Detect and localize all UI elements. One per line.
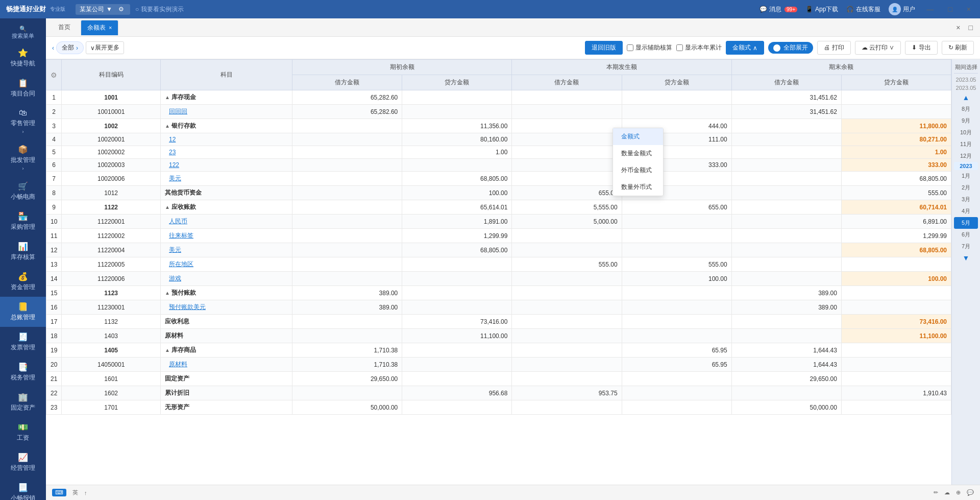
- cloud-sync-icon[interactable]: ☁: [944, 489, 950, 496]
- window-min-btn[interactable]: —: [923, 4, 937, 14]
- month-5[interactable]: 5月: [954, 217, 978, 229]
- row-amount: 389.00: [292, 300, 402, 315]
- add-icon[interactable]: ⊕: [956, 489, 961, 496]
- assist-checkbox-input[interactable]: [627, 44, 633, 51]
- row-name[interactable]: 122: [160, 159, 292, 172]
- month-1[interactable]: 1月: [954, 170, 978, 182]
- breadcrumb-all-btn[interactable]: 全部 ›: [56, 41, 84, 54]
- nav-down-arrow[interactable]: ▼: [954, 252, 978, 264]
- row-name[interactable]: 23: [160, 146, 292, 159]
- sidebar-item-wholesale[interactable]: 📦 批发管理 ›: [0, 139, 46, 176]
- sidebar-item-salary[interactable]: 💵 工资: [0, 417, 46, 447]
- sidebar-item-retail[interactable]: 🛍 零售管理 ›: [0, 103, 46, 139]
- back-old-version-btn[interactable]: 退回旧版: [585, 41, 623, 55]
- row-name[interactable]: 原材料: [160, 358, 292, 372]
- expand-more-btn[interactable]: ∨ 展开更多: [86, 41, 124, 54]
- row-amount: [622, 243, 731, 257]
- month-12[interactable]: 12月: [954, 150, 978, 162]
- month-11[interactable]: 11月: [954, 138, 978, 150]
- show-assist-checkbox[interactable]: 显示辅助核算: [627, 43, 672, 52]
- row-name[interactable]: 美元: [160, 243, 292, 257]
- row-name[interactable]: 所在地区: [160, 257, 292, 272]
- lang-en-btn[interactable]: 英: [72, 489, 78, 496]
- print-btn[interactable]: 🖨 打印: [817, 41, 850, 55]
- row-code: 10020003: [62, 159, 161, 172]
- content-window-close-btn[interactable]: ×: [953, 22, 963, 33]
- row-name[interactable]: 12: [160, 133, 292, 146]
- settings-icon[interactable]: ⚙: [118, 6, 124, 13]
- format-option-foreign-amount[interactable]: 外币金额式: [613, 162, 663, 179]
- expand-all-toggle[interactable]: 全部展开: [768, 42, 813, 54]
- sidebar-item-operations[interactable]: 📈 经营管理: [0, 447, 46, 478]
- arrow-up-icon[interactable]: ↑: [84, 490, 87, 496]
- tab-close-btn[interactable]: ×: [109, 25, 112, 31]
- row-name[interactable]: 预付账款美元: [160, 300, 292, 315]
- window-max-btn[interactable]: □: [945, 4, 955, 14]
- sidebar-item-finance[interactable]: 💰 资金管理: [0, 267, 46, 297]
- content-window-max-btn[interactable]: □: [966, 22, 976, 33]
- sidebar-item-quick-nav[interactable]: ⭐ 快捷导航: [0, 43, 46, 73]
- month-6[interactable]: 6月: [954, 229, 978, 241]
- column-settings-icon[interactable]: ⚙: [51, 71, 57, 79]
- sidebar-item-ecommerce[interactable]: 🛒 小畅电商: [0, 176, 46, 206]
- row-name[interactable]: 回回回: [160, 105, 292, 119]
- row-number: 22: [46, 386, 62, 400]
- demo-link[interactable]: 我要看实例演示: [135, 5, 184, 14]
- tab-balance[interactable]: 余额表 ×: [81, 20, 118, 35]
- sidebar-item-reports[interactable]: 📃 小畅报销: [0, 478, 46, 500]
- app-download-btn[interactable]: 📱 App下载: [805, 5, 838, 14]
- sidebar-item-project[interactable]: 📋 项目合同: [0, 73, 46, 103]
- row-code: 11220001: [62, 215, 161, 229]
- chat-icon[interactable]: 💬: [967, 489, 974, 496]
- table-row: 81012其他货币资金100.00655.00555.00: [46, 186, 951, 200]
- cloud-print-btn[interactable]: ☁ 云打印 ∨: [855, 41, 901, 55]
- export-btn[interactable]: ⬇ 导出: [905, 41, 937, 55]
- month-7[interactable]: 7月: [954, 241, 978, 252]
- sidebar-item-ledger[interactable]: 📒 总账管理: [0, 297, 46, 327]
- sidebar-item-invoice[interactable]: 🧾 发票管理: [0, 327, 46, 357]
- row-code: 11220004: [62, 243, 161, 257]
- row-name[interactable]: 人民币: [160, 215, 292, 229]
- edit-icon[interactable]: ✏: [934, 489, 938, 496]
- search-menu[interactable]: 🔍 搜索菜单: [0, 22, 46, 43]
- row-name[interactable]: 往来标签: [160, 229, 292, 243]
- table-area: ⚙ 科目编码 科目 期初余额 本期发生额 期末余额 借方金额 贷方金额 借方金额: [46, 59, 951, 485]
- sidebar-item-purchase[interactable]: 🏪 采购管理: [0, 206, 46, 236]
- back-nav-icon[interactable]: ‹: [52, 44, 54, 52]
- sidebar-item-tax[interactable]: 📑 税务管理: [0, 357, 46, 387]
- retail-icon: 🛍: [19, 108, 27, 117]
- row-name[interactable]: 美元: [160, 172, 292, 186]
- row-amount: [841, 90, 951, 105]
- row-amount: [512, 229, 622, 243]
- row-amount: 65.95: [622, 358, 731, 372]
- sidebar-item-assets[interactable]: 🏢 固定资产: [0, 387, 46, 417]
- row-code: 1012: [62, 186, 161, 200]
- refresh-btn[interactable]: ↻ 刷新: [942, 41, 974, 55]
- company-selector[interactable]: 某某公司 ▼ ⚙: [76, 4, 130, 15]
- th-closing-credit: 贷方金额: [841, 75, 951, 90]
- user-area[interactable]: 👤 用户: [889, 3, 915, 15]
- month-8[interactable]: 8月: [954, 103, 978, 115]
- keyboard-icon[interactable]: ⌨: [52, 489, 66, 496]
- month-9[interactable]: 9月: [954, 115, 978, 127]
- format-option-amount[interactable]: 金额式: [613, 128, 663, 145]
- format-dropdown-btn[interactable]: 金额式 ∧: [726, 41, 764, 55]
- messages-btn[interactable]: 💬 消息 99+: [760, 5, 797, 14]
- month-4[interactable]: 4月: [954, 205, 978, 217]
- row-name[interactable]: 游戏: [160, 272, 292, 286]
- show-ytd-checkbox[interactable]: 显示本年累计: [676, 43, 722, 52]
- row-amount: [622, 90, 731, 105]
- ytd-checkbox-input[interactable]: [676, 44, 683, 51]
- format-option-qty-amount[interactable]: 数量金额式: [613, 145, 663, 162]
- sidebar-item-inventory[interactable]: 📊 库存核算: [0, 236, 46, 267]
- nav-up-arrow[interactable]: ▲: [954, 92, 978, 103]
- month-3[interactable]: 3月: [954, 194, 978, 205]
- window-close-btn[interactable]: ×: [964, 4, 974, 14]
- format-option-qty-foreign[interactable]: 数量外币式: [613, 179, 663, 196]
- row-amount: [731, 315, 841, 329]
- month-2[interactable]: 2月: [954, 182, 978, 194]
- month-10[interactable]: 10月: [954, 127, 978, 138]
- row-amount: 11,100.00: [402, 329, 512, 343]
- online-service-btn[interactable]: 🎧 在线客服: [846, 5, 880, 14]
- tab-home[interactable]: 首页: [50, 19, 79, 36]
